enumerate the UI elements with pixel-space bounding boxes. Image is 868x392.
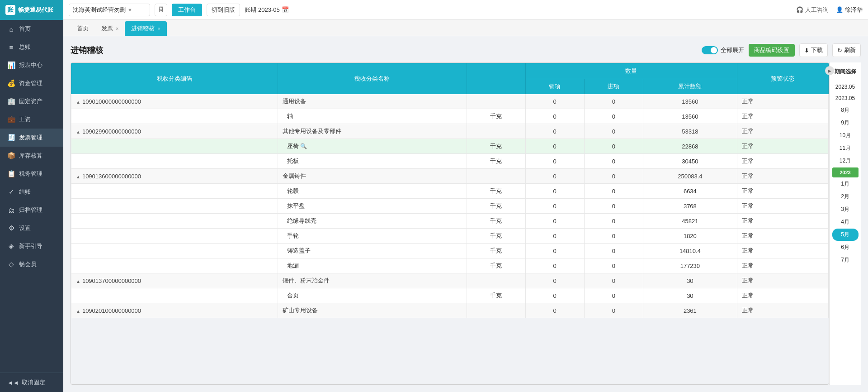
period-item[interactable]: 2023.05 (832, 81, 859, 92)
tab-home-label: 首页 (77, 24, 89, 33)
row-status: 正常 (737, 169, 828, 184)
sidebar-item-inventory[interactable]: 📦 库存核算 (0, 147, 63, 165)
sidebar-item-invoice[interactable]: 🧾 发票管理 (0, 129, 63, 147)
row-status: 正常 (737, 244, 828, 258)
tab-invoice-label: 发票 (101, 24, 113, 33)
period-item[interactable]: 2023 (832, 167, 859, 177)
row-name: 锻件、粉末冶金件 (278, 273, 467, 288)
sidebar-item-guide[interactable]: ◈ 新手引导 (0, 237, 63, 255)
row-purchase: 0 (584, 258, 643, 273)
switch-version-button[interactable]: 切到旧版 (207, 4, 240, 16)
sidebar-item-label: 总账 (19, 43, 31, 51)
period-item[interactable]: 8月 (832, 104, 859, 116)
period-item[interactable]: 7月 (832, 254, 859, 266)
tab-invoice-close-icon[interactable]: × (116, 26, 118, 31)
period-item[interactable]: 2月 (832, 191, 859, 203)
col-header-purchase: 进项 (584, 79, 643, 94)
period-item[interactable]: 9月 (832, 117, 859, 129)
period-item[interactable]: 6月 (832, 241, 859, 253)
refresh-button[interactable]: ↻ 刷新 (832, 43, 861, 57)
row-status: 正常 (737, 214, 828, 229)
tree-expand-icon[interactable]: ▲ (76, 279, 80, 284)
period-item[interactable]: 10月 (832, 129, 859, 142)
row-sale: 0 (525, 109, 584, 124)
workbench-button[interactable]: 工作台 (172, 4, 202, 16)
row-status: 正常 (737, 154, 828, 169)
row-status: 正常 (737, 288, 828, 303)
period-item[interactable]: 12月 (832, 155, 859, 167)
row-name: 矿山专用设备 (278, 303, 467, 318)
user-menu[interactable]: 👤 徐泽华 (836, 6, 863, 14)
sidebar-item-label: 税务管理 (19, 170, 42, 178)
sidebar-item-payroll[interactable]: 💼 工资 (0, 110, 63, 129)
archive-button[interactable]: 🗄 (155, 4, 167, 16)
sidebar-item-settings[interactable]: ⚙ 设置 (0, 219, 63, 237)
row-status: 正常 (737, 258, 828, 273)
sidebar-item-label: 归档管理 (19, 206, 42, 214)
sidebar-item-tax[interactable]: 📋 税务管理 (0, 165, 63, 183)
col-header-code: 税收分类编码 (71, 63, 278, 94)
tab-reconcile-close-icon[interactable]: × (157, 26, 160, 31)
tab-reconcile[interactable]: 进销稽核 × (125, 21, 166, 36)
sidebar-item-label: 库存核算 (19, 152, 42, 160)
row-purchase: 0 (584, 184, 643, 199)
product-code-button[interactable]: 商品编码设置 (749, 44, 795, 57)
content-body: 税收分类编码 税收分类名称 数量 预警状态 销项 进项 累计数额 ▲109010… (71, 62, 861, 385)
row-unit: 千克 (467, 288, 525, 303)
row-purchase: 0 (584, 288, 643, 303)
sidebar-item-funds[interactable]: 💰 资金管理 (0, 74, 63, 92)
unpin-button[interactable]: ◄◄ 取消固定 (0, 373, 63, 392)
sidebar-item-label: 资金管理 (19, 79, 42, 87)
row-purchase: 0 (584, 139, 643, 154)
period-item[interactable]: 2023.05 (832, 93, 859, 104)
tree-expand-icon[interactable]: ▲ (76, 309, 80, 314)
sidebar-item-home[interactable]: ⌂ 首页 (0, 20, 63, 38)
toggle-switch[interactable] (702, 46, 718, 54)
period-item[interactable]: 11月 (832, 142, 859, 154)
period-item[interactable]: 1月 (832, 178, 859, 190)
row-total: 13560 (643, 109, 737, 124)
archive-btn-icon: 🗄 (158, 6, 164, 13)
download-button[interactable]: ⬇ 下载 (799, 43, 828, 57)
sidebar-item-reports[interactable]: 📊 报表中心 (0, 56, 63, 74)
tab-home[interactable]: 首页 (71, 21, 95, 36)
sidebar-item-member[interactable]: ◇ 畅会员 (0, 255, 63, 273)
tab-invoice[interactable]: 发票 × (95, 21, 125, 36)
row-unit: 千克 (467, 139, 525, 154)
help-button[interactable]: 🎧 人工咨询 (796, 6, 829, 14)
row-total: 1820 (643, 229, 737, 244)
period-item[interactable]: 4月 (832, 216, 859, 228)
row-name: 合页 (278, 288, 467, 303)
table-row: 轮毂 千克 0 0 6634 正常 (71, 184, 829, 199)
row-code (71, 154, 278, 169)
row-unit: 千克 (467, 214, 525, 229)
sidebar-item-ledger[interactable]: ≡ 总账 (0, 38, 63, 56)
table-row: ▲109020100000000000 矿山专用设备 0 0 2361 正常 (71, 303, 829, 318)
period-item[interactable]: 3月 (832, 203, 859, 215)
sidebar-item-label: 固定资产 (19, 97, 42, 105)
sidebar-item-archive[interactable]: 🗂 归档管理 (0, 201, 63, 219)
row-purchase: 0 (584, 154, 643, 169)
table-row: 抹平盘 千克 0 0 3768 正常 (71, 199, 829, 214)
row-name: 座椅 🔍 (278, 139, 467, 154)
tree-expand-icon[interactable]: ▲ (76, 174, 80, 179)
row-status: 正常 (737, 303, 828, 318)
right-period-panel: ▶ 期间选择 2023.052023.058月9月10月11月12月20231月… (829, 62, 861, 385)
row-unit (467, 124, 525, 139)
unpin-label: 取消固定 (22, 378, 45, 387)
expand-toggle[interactable]: 全部展开 (702, 46, 744, 54)
row-total: 3768 (643, 199, 737, 214)
sidebar-item-assets[interactable]: 🏢 固定资产 (0, 92, 63, 110)
tree-expand-icon[interactable]: ▲ (76, 129, 80, 134)
tree-expand-icon[interactable]: ▲ (76, 100, 80, 105)
company-name: 沈海英测试经营勿删 (73, 6, 126, 14)
period-item[interactable]: 5月 (832, 229, 859, 241)
sidebar-item-settlement[interactable]: ✓ 结账 (0, 183, 63, 201)
search-icon[interactable]: 🔍 (300, 143, 307, 149)
guide-icon: ◈ (7, 242, 15, 250)
panel-toggle-button[interactable]: ▶ (825, 66, 834, 75)
row-name: 手轮 (278, 229, 467, 244)
row-total: 14810.4 (643, 244, 737, 258)
row-unit (467, 303, 525, 318)
company-selector[interactable]: 沈海英测试经营勿删 ▼ (69, 4, 150, 16)
